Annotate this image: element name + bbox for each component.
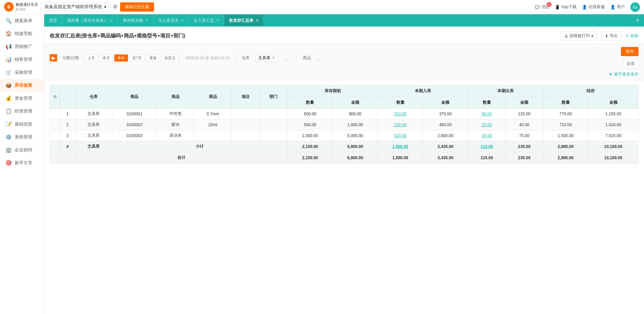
tab-batch-ledger[interactable]: 库存批次账 ✕ [118,15,153,26]
sidebar-item-enterprise[interactable]: 🏢 企业协同 [0,144,44,156]
date-btn-custom[interactable]: 自定义 [161,54,179,62]
basic-info-icon: 📝 [5,121,12,127]
sidebar-item-quick-nav[interactable]: 🏠 快捷导航 [0,27,44,40]
print-button[interactable]: 🖨 按模板打印 ▾ [560,31,597,40]
subtotal-bal-qty: 2,985.00 [543,141,588,152]
tab-receipt-summary[interactable]: 收发存汇总表 ✕ [224,15,264,26]
sidebar-item-system[interactable]: ⚙️ 系统管理 [0,131,44,144]
sidebar-item-inventory[interactable]: 📦 库存核算 [0,79,44,92]
row-init-qty: 500.00 [287,119,333,130]
product-more[interactable]: ... [316,54,324,62]
sidebar-item-search[interactable]: 🔍 搜索菜单 [0,14,44,27]
row-spec: 0.7mm [194,109,231,119]
main-layout: 🔍 搜索菜单 🏠 快捷导航 📢 营销推广 📊 销售管理 🛒 采购管理 📦 库存核… [0,14,644,314]
subtotal-in-qty: 1,000.00 [378,141,423,152]
message-button[interactable]: 💬 消息 6 [535,4,549,10]
system-name[interactable]: 装备及固定资产辅助管理系统 ▾ [41,2,110,11]
query-area: 查询 设置 [621,47,639,69]
tab-home[interactable]: 首页 [44,15,62,26]
filter-row: ▶ 记账日期 上月 本月 本年 近7天 更多 自定义 2023-01-01 至 … [50,47,639,69]
user-button[interactable]: 👤 用户 [610,4,625,10]
purchase-icon: 🛒 [5,69,12,76]
total-label: 合计 [75,152,287,164]
app-download-button[interactable]: 📱 App下载 [555,4,577,10]
row-in-qty[interactable]: 250.00 [378,109,423,119]
header-left: 6 畅捷通好生意 标准版 装备及固定资产辅助管理系统 ▾ ⚙ 体验行业方案 [4,2,154,12]
message-icon: 💬 [535,5,540,10]
row-warehouse: 文具库 [75,119,112,130]
sidebar-item-basic-info[interactable]: 📝 基础信息 [0,118,44,131]
sidebar-item-operations[interactable]: 📋 经营管理 [0,105,44,118]
tab-inout-flow[interactable]: 出入库流水 ✕ [153,15,189,26]
sub-bal-qty: 数量 [543,97,588,109]
row-out-amt: 75.00 [506,130,543,141]
top-header: 6 畅捷通好生意 标准版 装备及固定资产辅助管理系统 ▾ ⚙ 体验行业方案 💬 … [0,0,644,14]
tab-close-batch-ledger[interactable]: ✕ [145,18,148,23]
warehouse-tag-close[interactable]: ✕ [272,55,275,60]
row-settings [50,119,60,130]
refresh-button[interactable]: ↻ 刷新 [626,33,639,39]
settings-button[interactable]: 设置 [623,59,639,69]
row-spec: 20ml [194,119,231,130]
filter-second-row: ▼ 展开更多条件 [50,71,639,77]
row-out-qty[interactable]: 20.00 [468,119,506,130]
total-init-qty: 2,100.00 [287,152,333,164]
sub-out-qty: 数量 [468,97,506,109]
sidebar-label-purchase: 采购管理 [15,69,32,76]
user-icon: 👤 [610,5,615,10]
tab-close-inout-flow[interactable]: ✕ [181,18,184,23]
export-button[interactable]: ⬇ 导出 [601,31,622,40]
home-icon: 🏠 [5,31,12,37]
sidebar-item-sales[interactable]: 📊 销售管理 [0,53,44,66]
query-button[interactable]: 查询 [621,47,639,56]
table-settings-col: ⚙ [50,85,60,109]
col-group-in: 本期入库 [378,85,468,97]
table-container: ⚙ 仓库 商品 商品 商品 项目 部门 库存期初 本期入库 本期出库 [44,85,644,169]
sidebar-item-purchase[interactable]: 🛒 采购管理 [0,66,44,79]
online-service-button[interactable]: 👤 在线客服 [582,4,605,10]
column-settings-icon[interactable]: ⚙ [53,95,57,99]
tab-close-inventory-dist[interactable]: ✕ [110,18,113,23]
sidebar-item-finance[interactable]: 💰 资金管理 [0,92,44,105]
row-init-amt: 5,000.00 [333,130,378,141]
sidebar-item-guide[interactable]: 🎯 新手引导 [0,156,44,169]
finance-icon: 💰 [5,95,12,101]
sidebar-label-quick-nav: 快捷导航 [15,31,32,37]
tab-close-inout-summary[interactable]: ✕ [216,18,219,23]
page-header-actions: 🖨 按模板打印 ▾ ⬇ 导出 ↻ 刷新 [560,31,639,40]
sales-icon: 📊 [5,56,12,63]
row-in-qty[interactable]: 520.00 [378,130,423,141]
subtotal-init-amt: 6,900.00 [333,141,378,152]
sidebar-label-marketing: 营销推广 [15,44,32,50]
tab-inout-summary[interactable]: 出入库汇总 ✕ [189,15,224,26]
row-out-qty[interactable]: 80.00 [468,109,506,119]
table-subtotal-row: 4 文具库 小计 2,100.00 6,900.00 1,000.00 3,43… [50,141,639,152]
date-btn-7days[interactable]: 近7天 [129,54,145,62]
sidebar-label-basic-info: 基础信息 [15,121,32,127]
try-industry-button[interactable]: 体验行业方案 [120,2,154,12]
row-out-qty[interactable]: 15.00 [468,130,506,141]
row-in-qty[interactable]: 230.00 [378,119,423,130]
subtotal-out-qty: 115.00 [468,141,506,152]
tab-close-receipt-summary[interactable]: ✕ [255,18,259,23]
date-btn-more[interactable]: 更多 [146,54,160,62]
warehouse-more[interactable]: ... [284,54,291,62]
date-btn-last-month[interactable]: 上月 [84,54,98,62]
gear-button[interactable]: ⚙ [113,4,117,10]
sub-init-amt: 金额 [333,97,378,109]
row-init-qty: 600.00 [287,109,333,119]
row-project [232,130,260,141]
date-btn-this-year[interactable]: 本年 [114,54,128,62]
expand-conditions-button[interactable]: ▼ 展开更多条件 [609,71,639,77]
tab-close-all[interactable]: ✕ [631,15,644,26]
row-out-amt: 120.00 [506,109,543,119]
row-warehouse: 文具库 [75,109,112,119]
filter-toggle-button[interactable]: ▶ [50,54,57,62]
sidebar-item-marketing[interactable]: 📢 营销推广 [0,40,44,53]
row-dept [260,119,287,130]
col-dept: 部门 [260,85,287,109]
tab-inventory-dist[interactable]: 现存量（库存分布表） ✕ [62,15,118,26]
user-avatar[interactable]: Ea [630,2,640,12]
date-btn-this-month[interactable]: 本月 [99,54,113,62]
date-label: 记账日期 [63,55,79,61]
